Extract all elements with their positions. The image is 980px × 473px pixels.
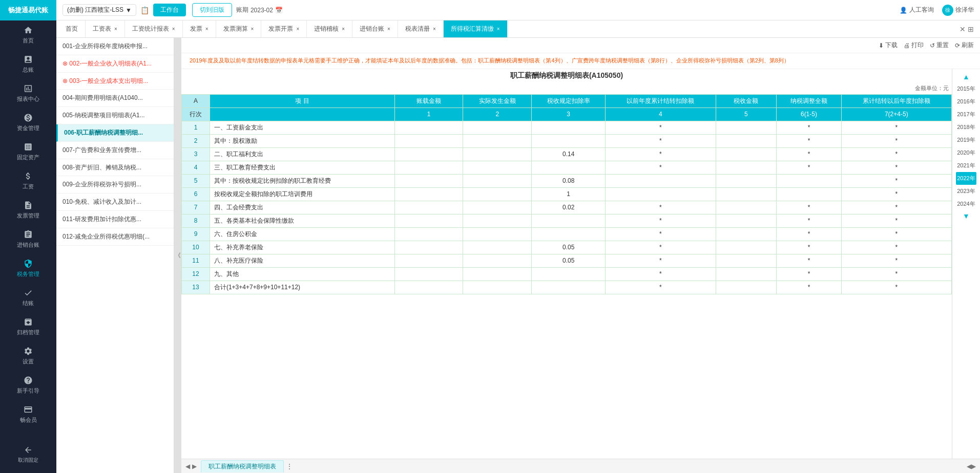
tab-invoice-calc[interactable]: 发票测算 × bbox=[216, 20, 262, 37]
left-item-012[interactable]: 012-减免企业所得税优惠明细(... bbox=[56, 228, 174, 246]
year-item[interactable]: 2023年 bbox=[956, 185, 976, 198]
download-btn[interactable]: ⬇ 下载 bbox=[879, 41, 898, 50]
cell-H[interactable] bbox=[777, 174, 841, 187]
year-up-nav[interactable]: ▲ bbox=[961, 71, 971, 82]
tab-invoice-calc-close[interactable]: × bbox=[251, 26, 254, 32]
cell-I[interactable]: * bbox=[841, 174, 951, 187]
cell-H[interactable]: * bbox=[777, 121, 841, 134]
sidebar-item-payroll[interactable]: 工资 bbox=[0, 166, 56, 196]
tab-close-all[interactable]: ✕ bbox=[960, 25, 966, 33]
tab-home[interactable]: 首页 bbox=[58, 20, 86, 37]
cell-F[interactable]: * bbox=[606, 161, 716, 174]
tab-maximize[interactable]: ⊞ bbox=[968, 25, 974, 33]
sidebar-item-archive[interactable]: 归档管理 bbox=[0, 312, 56, 341]
reset-btn[interactable]: ↺ 重置 bbox=[930, 41, 949, 50]
workspace-button[interactable]: 工作台 bbox=[153, 4, 186, 16]
cell-C[interactable] bbox=[394, 254, 463, 267]
year-item[interactable]: 2022年 bbox=[956, 172, 976, 185]
sidebar-item-invoice[interactable]: 发票管理 bbox=[0, 196, 56, 225]
cell-H[interactable]: * bbox=[777, 201, 841, 214]
cell-C[interactable] bbox=[394, 174, 463, 187]
sidebar-item-membership[interactable]: 畅会员 bbox=[0, 400, 56, 429]
cell-H[interactable]: * bbox=[777, 254, 841, 267]
sidebar-item-settings[interactable]: 设置 bbox=[0, 341, 56, 371]
cell-E[interactable]: 0.02 bbox=[532, 201, 606, 214]
tab-invoice-close[interactable]: × bbox=[205, 26, 208, 32]
period-icon[interactable]: 📅 bbox=[275, 7, 283, 14]
cell-item-name[interactable]: 七、补充养老保险 bbox=[210, 241, 394, 254]
sidebar-item-purchase-sales[interactable]: 进销台账 bbox=[0, 225, 56, 254]
support-btn[interactable]: 👤 人工客询 bbox=[900, 6, 934, 14]
sheet-scroll-left[interactable]: ◀ bbox=[967, 463, 971, 470]
cell-H[interactable]: * bbox=[777, 241, 841, 254]
cell-F[interactable]: * bbox=[606, 267, 716, 281]
cell-D[interactable] bbox=[463, 187, 532, 201]
left-item-004[interactable]: 004-期间费用明细表(A1040... bbox=[56, 90, 174, 107]
cell-G[interactable] bbox=[716, 254, 777, 267]
cell-item-name[interactable]: 合计(1+3+4+7+8+9+10+11+12) bbox=[210, 281, 394, 294]
cell-D[interactable] bbox=[463, 227, 532, 241]
tab-tax-list-close[interactable]: × bbox=[433, 26, 436, 32]
cell-C[interactable] bbox=[394, 147, 463, 161]
cell-G[interactable] bbox=[716, 267, 777, 281]
tab-purchase-ledger-close[interactable]: × bbox=[387, 26, 390, 32]
cell-F[interactable]: * bbox=[606, 214, 716, 227]
cell-F[interactable]: * bbox=[606, 241, 716, 254]
cell-D[interactable] bbox=[463, 121, 532, 134]
cell-C[interactable] bbox=[394, 187, 463, 201]
cell-I[interactable]: * bbox=[841, 254, 951, 267]
tab-purchase-ledger[interactable]: 进销台账 × bbox=[352, 20, 398, 37]
year-item[interactable]: 2015年 bbox=[956, 82, 976, 95]
cell-H[interactable]: * bbox=[777, 214, 841, 227]
tab-payroll[interactable]: 工资表 × bbox=[86, 20, 125, 37]
user-menu[interactable]: 徐 徐泽华 bbox=[942, 5, 974, 16]
year-item[interactable]: 2021年 bbox=[956, 159, 976, 172]
cell-D[interactable] bbox=[463, 214, 532, 227]
cell-D[interactable] bbox=[463, 134, 532, 147]
cell-D[interactable] bbox=[463, 201, 532, 214]
cell-H[interactable]: * bbox=[777, 227, 841, 241]
cell-D[interactable] bbox=[463, 147, 532, 161]
left-item-008[interactable]: 008-资产折旧、摊销及纳税... bbox=[56, 159, 174, 177]
cell-G[interactable] bbox=[716, 134, 777, 147]
cell-G[interactable] bbox=[716, 147, 777, 161]
cell-I[interactable]: * bbox=[841, 281, 951, 294]
cell-E[interactable]: 0.05 bbox=[532, 241, 606, 254]
cell-G[interactable] bbox=[716, 227, 777, 241]
cell-H[interactable]: * bbox=[777, 267, 841, 281]
cell-I[interactable]: * bbox=[841, 201, 951, 214]
cell-D[interactable] bbox=[463, 267, 532, 281]
cell-item-name[interactable]: 四、工会经费支出 bbox=[210, 201, 394, 214]
sheet-nav-left[interactable]: ◀ bbox=[185, 463, 190, 470]
cell-G[interactable] bbox=[716, 201, 777, 214]
panel-collapse-btn[interactable]: 《 bbox=[174, 38, 181, 473]
cell-G[interactable] bbox=[716, 161, 777, 174]
sidebar-item-guide[interactable]: 新手引导 bbox=[0, 371, 56, 400]
sheet-tab-main[interactable]: 职工薪酬纳税调整明细表 bbox=[201, 460, 284, 472]
cell-E[interactable]: 1 bbox=[532, 187, 606, 201]
left-item-011[interactable]: 011-研发费用加计扣除优惠... bbox=[56, 211, 174, 228]
tab-invoice-open-close[interactable]: × bbox=[296, 26, 299, 32]
cell-G[interactable] bbox=[716, 281, 777, 294]
tab-payroll-stats[interactable]: 工资统计报表 × bbox=[125, 20, 183, 37]
switch-old-button[interactable]: 切到旧版 bbox=[192, 3, 232, 17]
cell-E[interactable] bbox=[532, 134, 606, 147]
cell-E[interactable] bbox=[532, 214, 606, 227]
sidebar-item-assets-mgmt[interactable]: 资金管理 bbox=[0, 108, 56, 137]
tab-payroll-stats-close[interactable]: × bbox=[172, 26, 175, 32]
cell-item-name[interactable]: 九、其他 bbox=[210, 267, 394, 281]
cell-F[interactable]: * bbox=[606, 254, 716, 267]
refresh-btn[interactable]: ⟳ 刷新 bbox=[955, 41, 974, 50]
left-item-007[interactable]: 007-广告费和业务宣传费增... bbox=[56, 142, 174, 159]
tab-income-tax[interactable]: 所得税汇算清缴 × bbox=[444, 20, 508, 37]
cell-G[interactable] bbox=[716, 214, 777, 227]
cell-F[interactable]: * bbox=[606, 281, 716, 294]
cell-E[interactable] bbox=[532, 121, 606, 134]
left-item-002[interactable]: ⊗ 002-一般企业收入明细表(A1... bbox=[56, 55, 174, 73]
cell-F[interactable] bbox=[606, 174, 716, 187]
tab-tax-list[interactable]: 税表清册 × bbox=[398, 20, 444, 37]
print-btn[interactable]: 🖨 打印 bbox=[904, 41, 924, 50]
cell-I[interactable]: * bbox=[841, 187, 951, 201]
cell-D[interactable] bbox=[463, 241, 532, 254]
year-item[interactable]: 2020年 bbox=[956, 146, 976, 159]
